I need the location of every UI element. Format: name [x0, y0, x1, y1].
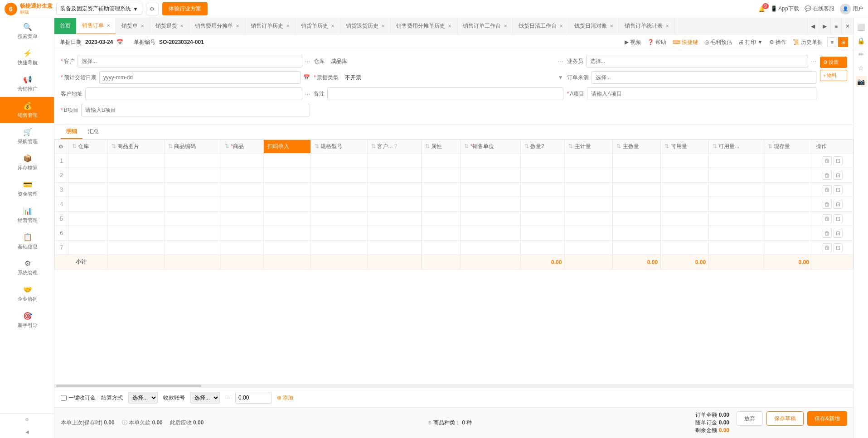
- tab-close-6[interactable]: ✕: [331, 24, 335, 29]
- row-current[interactable]: [764, 154, 812, 168]
- row-product[interactable]: [221, 154, 263, 168]
- app-download[interactable]: 📱 App下载: [771, 5, 799, 13]
- row-main-qty[interactable]: [613, 197, 661, 212]
- row-product[interactable]: [221, 197, 263, 212]
- warehouse-dots[interactable]: ···: [558, 58, 563, 65]
- row-attr[interactable]: [421, 212, 461, 226]
- profit-btn[interactable]: ◎ 毛利预估: [703, 38, 734, 47]
- right-panel-icon-4[interactable]: ☆: [856, 63, 867, 73]
- row-main-qty[interactable]: [613, 212, 661, 226]
- print-btn[interactable]: 🖨 打印 ▼: [737, 38, 765, 47]
- tab-6[interactable]: 销货单历史✕: [296, 18, 340, 34]
- row-customer-code[interactable]: [367, 212, 421, 226]
- tab-close-1[interactable]: ✕: [107, 23, 110, 28]
- row-copy-btn[interactable]: ⊡: [834, 156, 843, 165]
- add-material-btn[interactable]: + 物料: [820, 70, 847, 81]
- row-customer-code[interactable]: [367, 226, 421, 241]
- row-main-unit[interactable]: [565, 226, 613, 241]
- right-panel-icon-5[interactable]: 📷: [856, 76, 867, 87]
- row-attr[interactable]: [421, 183, 461, 197]
- row-copy-btn[interactable]: ⊡: [834, 171, 843, 180]
- scroll-thumb[interactable]: [56, 385, 201, 387]
- row-code[interactable]: [164, 197, 221, 212]
- row-warehouse[interactable]: [68, 154, 108, 168]
- right-panel-icon-1[interactable]: ⬜: [856, 22, 867, 33]
- tab-11[interactable]: 钱货日清对账✕: [569, 18, 619, 34]
- remark-input[interactable]: [327, 87, 563, 100]
- row-delete-btn[interactable]: 🗑: [823, 200, 832, 209]
- invoice-chevron-icon[interactable]: ▼: [558, 74, 563, 81]
- row-main-qty[interactable]: [613, 226, 661, 241]
- tab-4[interactable]: 销售费用分摊单✕: [189, 18, 245, 34]
- row-product[interactable]: [221, 212, 263, 226]
- row-current[interactable]: [764, 212, 812, 226]
- tab-12[interactable]: 销售订单统计表✕: [619, 18, 675, 34]
- system-selector[interactable]: 装备及固定资产辅助管理系统 ▼: [56, 3, 142, 15]
- tab-expand-btn[interactable]: ≡: [830, 18, 841, 34]
- grid-view-icon[interactable]: ⊞: [838, 37, 848, 47]
- row-main-unit[interactable]: [565, 241, 613, 255]
- sidebar-item-9[interactable]: ⚙系统管理: [0, 255, 54, 281]
- row-main-unit[interactable]: [565, 183, 613, 197]
- tab-close-8[interactable]: ✕: [448, 24, 451, 29]
- row-main-unit[interactable]: [565, 212, 613, 226]
- row-code[interactable]: [164, 168, 221, 183]
- row-spec[interactable]: [310, 183, 367, 197]
- setup-btn[interactable]: ⚙ 设置: [820, 57, 847, 68]
- row-code[interactable]: [164, 241, 221, 255]
- row-copy-btn[interactable]: ⊡: [834, 200, 843, 209]
- help-btn[interactable]: ❓ 帮助: [645, 38, 668, 47]
- row-qty2[interactable]: [520, 241, 564, 255]
- tab-7[interactable]: 销货退货历史✕: [340, 18, 391, 34]
- sidebar-item-5[interactable]: 📦库存核算: [0, 149, 54, 176]
- row-qty2[interactable]: [520, 197, 564, 212]
- row-qty2[interactable]: [520, 183, 564, 197]
- row-customer-code[interactable]: [367, 154, 421, 168]
- row-delete-btn[interactable]: 🗑: [823, 229, 832, 238]
- tab-close-11[interactable]: ✕: [610, 24, 613, 29]
- row-main-unit[interactable]: [565, 168, 613, 183]
- sidebar-item-8[interactable]: 📋基础信息: [0, 228, 54, 255]
- sidebar-item-6[interactable]: 💳资金管理: [0, 176, 54, 202]
- tab-close-4[interactable]: ✕: [236, 24, 239, 29]
- tab-0[interactable]: 首页: [54, 18, 77, 34]
- row-customer-code[interactable]: [367, 241, 421, 255]
- row-current[interactable]: [764, 241, 812, 255]
- tab-close-5[interactable]: ✕: [286, 24, 290, 29]
- save-new-button[interactable]: 保存&新增: [807, 411, 847, 426]
- row-warehouse[interactable]: [68, 197, 108, 212]
- sidebar-item-7[interactable]: 📊经营管理: [0, 202, 54, 228]
- b-project-input[interactable]: [81, 104, 310, 116]
- amount-input[interactable]: [235, 392, 272, 404]
- row-code[interactable]: [164, 154, 221, 168]
- sidebar-bottom-collapse[interactable]: ◀: [0, 426, 54, 438]
- row-warehouse[interactable]: [68, 241, 108, 255]
- row-customer-code[interactable]: [367, 168, 421, 183]
- row-attr[interactable]: [421, 226, 461, 241]
- row-unit[interactable]: [461, 168, 521, 183]
- tab-3[interactable]: 销货退货✕: [150, 18, 189, 34]
- sidebar-item-1[interactable]: ⚡快捷导航: [0, 44, 54, 71]
- row-qty2[interactable]: [520, 212, 564, 226]
- row-spec[interactable]: [310, 212, 367, 226]
- tab-prev-btn[interactable]: ◀: [807, 18, 819, 34]
- row-delete-btn[interactable]: 🗑: [823, 185, 832, 194]
- calendar2-icon[interactable]: 📅: [303, 74, 310, 81]
- tab-close-btn[interactable]: ✕: [841, 18, 853, 34]
- row-warehouse[interactable]: [68, 183, 108, 197]
- row-available[interactable]: [661, 168, 709, 183]
- row-code[interactable]: [164, 226, 221, 241]
- tab-1[interactable]: 销售订单✕: [77, 18, 116, 34]
- row-main-unit[interactable]: [565, 197, 613, 212]
- right-panel-icon-3[interactable]: ✏: [856, 49, 867, 60]
- salesperson-dots[interactable]: ···: [811, 58, 816, 65]
- delivery-date-input[interactable]: [99, 71, 301, 84]
- row-attr[interactable]: [421, 154, 461, 168]
- row-product[interactable]: [221, 168, 263, 183]
- row-delete-btn[interactable]: 🗑: [823, 171, 832, 180]
- sidebar-item-10[interactable]: 🤝企业协同: [0, 281, 54, 307]
- row-main-qty[interactable]: [613, 183, 661, 197]
- row-copy-btn[interactable]: ⊡: [834, 185, 843, 194]
- add-btn[interactable]: ⊕ 添加: [277, 394, 293, 402]
- one-click-check[interactable]: [61, 395, 67, 401]
